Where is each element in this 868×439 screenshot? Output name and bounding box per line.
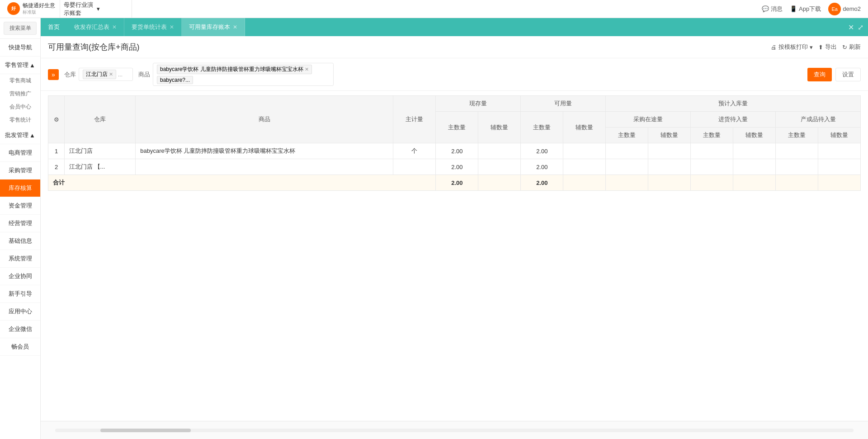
cell-product	[136, 159, 393, 175]
th-product: 商品	[136, 96, 393, 143]
refresh-btn[interactable]: ↻ 刷新	[842, 43, 861, 51]
tab-bar: 首页 收发存汇总表 ✕ 要货单统计表 ✕ 可用量库存账本 ✕ ✕ ⤢	[41, 18, 868, 36]
sidebar-item-operation[interactable]: 经营管理	[0, 215, 40, 232]
th-stock-main: 主数量	[436, 112, 478, 143]
top-bar-left: 好 畅捷通好生意 标准版 母婴行业演示账套 ▾	[7, 0, 132, 19]
product-tag-1-close[interactable]: ✕	[305, 66, 309, 72]
refresh-label: 刷新	[849, 43, 861, 51]
tab-close-receivable[interactable]: ✕	[112, 24, 117, 30]
sidebar-item-marketing[interactable]: 营销推广	[0, 87, 40, 100]
product-label: 商品	[138, 71, 150, 79]
sidebar-item-chang-member[interactable]: 畅会员	[0, 338, 40, 356]
tab-close-inventory[interactable]: ✕	[233, 24, 237, 30]
sidebar-item-retail-mgmt[interactable]: 零售管理 ▲	[0, 57, 40, 74]
sidebar-item-retail-mall[interactable]: 零售商城	[0, 74, 40, 87]
cell-main-unit: 个	[393, 143, 436, 159]
tab-home[interactable]: 首页	[41, 18, 67, 36]
warehouse-label: 仓库	[64, 71, 76, 79]
warehouse-tag-close[interactable]: ✕	[109, 71, 113, 77]
search-menu-btn[interactable]: 搜索菜单	[4, 22, 37, 35]
table-wrapper: ⚙ 仓库 商品 主计量 现存量 可用量 预计入库量 主数量 辅数量	[41, 91, 868, 195]
total-purch-main	[691, 175, 733, 191]
setting-btn[interactable]: 设置	[835, 68, 861, 81]
product-tag-text-2: babycare?...	[160, 77, 190, 83]
page-inner: 可用量查询(按仓库+商品) 🖨 按模板打印 ▾ ⬆ 导出 ↻	[41, 36, 868, 421]
message-icon: 💬	[762, 5, 769, 12]
total-proc-main	[606, 175, 648, 191]
th-proc-sub: 辅数量	[648, 127, 691, 143]
sidebar-label: 批发管理	[5, 131, 28, 139]
sidebar-item-basic-info[interactable]: 基础信息	[0, 232, 40, 250]
cell-stock-main: 2.00	[436, 159, 478, 175]
warehouse-more[interactable]: ...	[118, 71, 123, 78]
content-area: 首页 收发存汇总表 ✕ 要货单统计表 ✕ 可用量库存账本 ✕ ✕ ⤢	[41, 18, 868, 439]
query-btn[interactable]: 查询	[807, 68, 832, 81]
sidebar-item-app-center[interactable]: 应用中心	[0, 303, 40, 321]
th-avail-main: 主数量	[521, 112, 563, 143]
org-selector[interactable]: 母婴行业演示账套 ▾	[60, 0, 132, 19]
app-download-btn[interactable]: 📱 App下载	[790, 5, 821, 13]
export-btn[interactable]: ⬆ 导出	[818, 43, 837, 51]
product-input[interactable]: babycare学饮杯 儿童防摔防撞吸管杯重力球吸嘴杯宝宝水杯 ✕ babyca…	[153, 63, 334, 86]
scrollbar-thumb[interactable]	[100, 429, 191, 432]
tab-receivable-summary[interactable]: 收发存汇总表 ✕	[67, 18, 124, 36]
th-procurement-transit: 采购在途量	[606, 112, 691, 127]
tab-order-stats[interactable]: 要货单统计表 ✕	[124, 18, 182, 36]
sidebar-item-purchase[interactable]: 采购管理	[0, 162, 40, 179]
tab-available-inventory[interactable]: 可用量库存账本 ✕	[182, 18, 245, 36]
total-stock-sub	[478, 175, 521, 191]
th-prod-main: 主数量	[776, 127, 818, 143]
print-icon: 🖨	[771, 44, 777, 51]
th-purch-sub: 辅数量	[733, 127, 776, 143]
cell-purch-main	[691, 159, 733, 175]
cell-proc-sub	[648, 143, 691, 159]
cell-proc-main	[606, 143, 648, 159]
th-forecast-in: 预计入库量	[606, 96, 861, 112]
print-btn[interactable]: 🖨 按模板打印 ▾	[771, 43, 813, 51]
th-current-stock: 现存量	[436, 96, 521, 112]
warehouse-input[interactable]: 江北门店 ✕ ...	[79, 68, 133, 81]
total-prod-main	[776, 175, 818, 191]
sidebar-item-new-guide[interactable]: 新手引导	[0, 285, 40, 303]
cell-main-unit	[393, 159, 436, 175]
th-prod-sub: 辅数量	[818, 127, 860, 143]
sidebar-item-retail-stats[interactable]: 零售统计	[0, 113, 40, 127]
filter-expand-btn[interactable]: »	[48, 69, 59, 80]
cell-stock-main: 2.00	[436, 143, 478, 159]
expand-btn[interactable]: ⤢	[858, 23, 863, 32]
sidebar-item-member-center[interactable]: 会员中心	[0, 100, 40, 113]
sidebar-item-quick-nav[interactable]: 快捷导航	[0, 39, 40, 57]
close-all-btn[interactable]: ✕	[848, 23, 854, 32]
page-header: 可用量查询(按仓库+商品) 🖨 按模板打印 ▾ ⬆ 导出 ↻	[41, 36, 868, 58]
message-btn[interactable]: 💬 消息	[762, 5, 783, 13]
table-row: 2 江北门店 【... 2.00 2.00	[48, 159, 861, 175]
sidebar-item-inventory[interactable]: 库存核算	[0, 179, 40, 197]
th-purch-main: 主数量	[691, 127, 733, 143]
sidebar-item-finance[interactable]: 资金管理	[0, 197, 40, 215]
th-production-arriving: 产成品待入量	[776, 112, 861, 127]
user-name: demo2	[843, 5, 861, 12]
sidebar-search: 搜索菜单	[0, 18, 40, 39]
th-avail-sub: 辅数量	[563, 112, 606, 143]
sidebar-item-wholesale-mgmt[interactable]: 批发管理 ▲	[0, 127, 40, 144]
tab-close-order[interactable]: ✕	[170, 24, 174, 30]
warehouse-tag-text: 江北门店	[86, 71, 108, 78]
scrollbar-area[interactable]	[55, 429, 854, 432]
cell-stock-sub	[478, 143, 521, 159]
cell-prod-main	[776, 159, 818, 175]
sidebar-item-system[interactable]: 系统管理	[0, 250, 40, 268]
sidebar-item-ecommerce[interactable]: 电商管理	[0, 144, 40, 162]
th-settings[interactable]: ⚙	[48, 96, 65, 143]
tab-label: 收发存汇总表	[74, 23, 109, 31]
main-layout: 搜索菜单 快捷导航 零售管理 ▲ 零售商城 营销推广 会员中心 零售统计 批发管…	[0, 18, 868, 439]
inventory-table: ⚙ 仓库 商品 主计量 现存量 可用量 预计入库量 主数量 辅数量	[48, 95, 861, 191]
dropdown-icon: ▾	[97, 5, 128, 12]
total-purch-sub	[733, 175, 776, 191]
sidebar-item-enterprise-collab[interactable]: 企业协同	[0, 268, 40, 285]
logo-sub: 标准版	[23, 9, 55, 15]
product-tag-text-1: babycare学饮杯 儿童防摔防撞吸管杯重力球吸嘴杯宝宝水杯	[160, 66, 303, 73]
message-label: 消息	[771, 5, 783, 13]
sidebar-item-enterprise-wechat[interactable]: 企业微信	[0, 321, 40, 338]
user-area[interactable]: Ea demo2	[828, 3, 861, 15]
app-label: App下载	[799, 5, 821, 13]
